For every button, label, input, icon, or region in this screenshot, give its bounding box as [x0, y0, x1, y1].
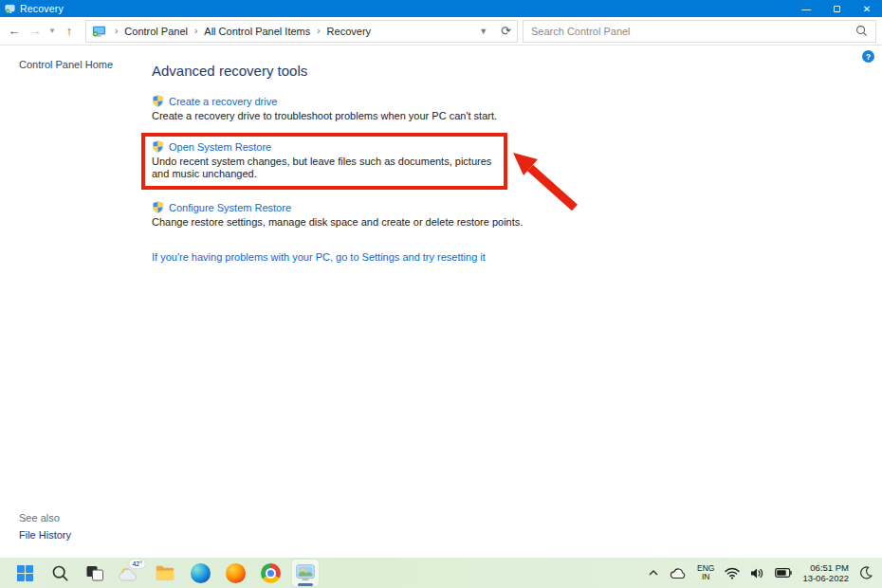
taskbar-search-button[interactable]: [46, 560, 73, 586]
volume-icon[interactable]: [750, 567, 764, 579]
edge-button[interactable]: [187, 560, 213, 586]
language-indicator[interactable]: ENG IN: [697, 564, 714, 581]
battery-icon[interactable]: [775, 568, 792, 578]
breadcrumb-separator: ›: [188, 26, 204, 36]
task-view-icon: [85, 563, 104, 582]
show-hidden-icons-chevron-icon[interactable]: [648, 569, 659, 577]
clock[interactable]: 06:51 PM 13-06-2022: [802, 562, 849, 583]
open-system-restore-link[interactable]: Open System Restore: [169, 141, 271, 153]
uac-shield-icon: [152, 95, 164, 107]
edge-icon: [191, 563, 211, 583]
firefox-icon: [226, 563, 246, 583]
task-view-button[interactable]: [82, 560, 108, 586]
onedrive-cloud-icon[interactable]: [670, 567, 687, 579]
highlight-box: Open System Restore Undo recent system c…: [141, 133, 507, 190]
file-explorer-button[interactable]: [152, 560, 178, 586]
sidebar-item-file-history[interactable]: File History: [19, 529, 71, 541]
configure-system-restore-description: Change restore settings, manage disk spa…: [152, 216, 692, 229]
breadcrumb-all-items[interactable]: All Control Panel Items: [204, 26, 310, 37]
search-input[interactable]: [531, 26, 855, 37]
back-button[interactable]: ←: [4, 21, 25, 42]
search-box[interactable]: [523, 20, 876, 43]
widgets-weather-button[interactable]: 42°: [117, 560, 143, 586]
open-system-restore-description: Undo recent system changes, but leave fi…: [152, 156, 497, 180]
weather-temperature: 42°: [129, 560, 145, 568]
sidebar-item-control-panel-home[interactable]: Control Panel Home: [19, 59, 113, 70]
clock-time: 06:51 PM: [802, 562, 849, 573]
breadcrumb-separator: ›: [310, 26, 326, 36]
close-button[interactable]: ✕: [852, 0, 882, 17]
maximize-icon: [834, 6, 840, 12]
folder-icon: [155, 562, 175, 583]
maximize-button[interactable]: [821, 0, 852, 17]
breadcrumb: › Control Panel › All Control Panel Item…: [108, 26, 371, 37]
forward-button[interactable]: →: [25, 21, 46, 42]
windows-logo-icon: [16, 564, 34, 582]
recovery-task-create-drive: Create a recovery drive Create a recover…: [152, 95, 692, 122]
navigation-toolbar: ← → ▼ ↑ › Control Panel › All Control Pa…: [0, 17, 882, 46]
up-button[interactable]: ↑: [59, 21, 80, 42]
breadcrumb-control-panel[interactable]: Control Panel: [124, 26, 188, 37]
active-app-indicator: [298, 583, 313, 586]
history-dropdown-chevron-icon[interactable]: ▼: [46, 21, 59, 42]
control-panel-window-icon: [295, 562, 316, 583]
breadcrumb-separator: ›: [108, 26, 124, 36]
chrome-button[interactable]: [257, 560, 284, 586]
chrome-icon: [261, 563, 281, 583]
uac-shield-icon: [152, 201, 164, 213]
breadcrumb-recovery[interactable]: Recovery: [327, 26, 371, 37]
create-recovery-drive-description: Create a recovery drive to troubleshoot …: [152, 110, 692, 122]
title-bar: Recovery — ✕: [0, 0, 882, 17]
recovery-task-open-system-restore: Open System Restore Undo recent system c…: [152, 140, 497, 180]
minimize-button[interactable]: —: [791, 0, 821, 17]
wifi-icon[interactable]: [725, 567, 740, 579]
night-light-moon-icon[interactable]: [859, 566, 873, 579]
search-icon[interactable]: [855, 25, 868, 37]
taskbar: 42°: [0, 558, 882, 588]
page-title: Advanced recovery tools: [152, 63, 692, 79]
clock-date: 13-06-2022: [802, 573, 849, 583]
recovery-task-configure-system-restore: Configure System Restore Change restore …: [152, 201, 692, 229]
control-panel-taskbar-button[interactable]: [292, 560, 319, 586]
search-icon: [51, 564, 69, 582]
see-also-label: See also: [19, 512, 60, 524]
window-content: ? Control Panel Home See also File Histo…: [0, 46, 882, 558]
help-button[interactable]: ?: [862, 50, 874, 63]
address-bar[interactable]: › Control Panel › All Control Panel Item…: [85, 20, 518, 43]
configure-system-restore-link[interactable]: Configure System Restore: [169, 202, 291, 213]
control-panel-icon: [92, 26, 106, 37]
refresh-icon[interactable]: ⟳: [501, 24, 511, 38]
go-to-settings-link[interactable]: If you're having problems with your PC, …: [152, 251, 486, 263]
start-button[interactable]: [11, 560, 38, 586]
recovery-app-icon: [5, 4, 15, 14]
uac-shield-icon: [152, 140, 164, 153]
create-recovery-drive-link[interactable]: Create a recovery drive: [169, 96, 277, 107]
main-panel: Advanced recovery tools Create a recover…: [152, 63, 692, 265]
address-dropdown-chevron-icon[interactable]: ▼: [479, 27, 487, 36]
window-title: Recovery: [20, 3, 64, 14]
firefox-button[interactable]: [222, 560, 248, 586]
